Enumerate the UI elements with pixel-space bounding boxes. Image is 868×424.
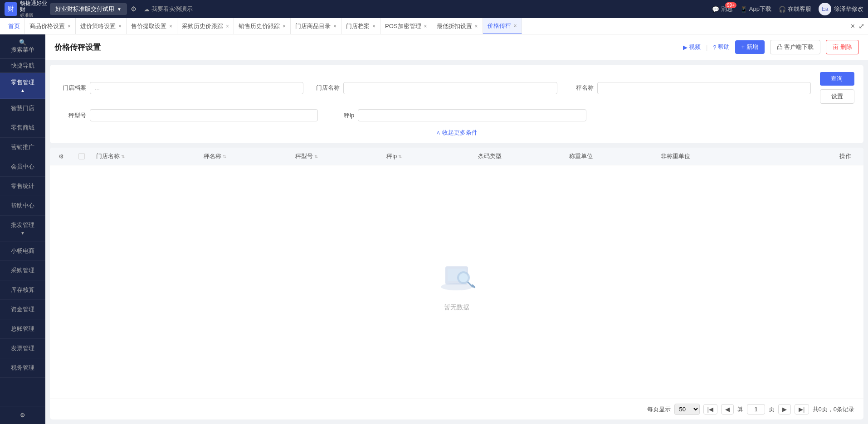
tab-close-controls: × ⤢ [851,22,864,30]
sidebar-item-retail-management[interactable]: 零售管理 ▲ [0,73,45,99]
sidebar-item-retail-mall[interactable]: 零售商城 [0,118,45,138]
close-icon[interactable]: × [514,23,517,29]
th-scale-name[interactable]: 秤名称 ⇅ [198,148,290,165]
last-page-button[interactable]: ▶| [795,404,809,414]
messages-button[interactable]: 💬 消息 99+ [712,5,733,13]
app-select-button[interactable]: 好业财标准版交付试用 ▼ [50,3,127,15]
settings-icon[interactable]: ⚙ [131,5,137,13]
app-download-button[interactable]: 📱 App下载 [740,5,771,13]
close-icon[interactable]: × [68,23,71,29]
search-button[interactable]: 查询 [820,72,854,86]
online-service-button[interactable]: 🎧 在线客服 [779,5,811,13]
app-name: 畅捷通好业财 [20,0,50,13]
settings-icon: ⚙ [59,153,64,160]
settings-icon: ⚙ [20,412,25,419]
th-nonweight-unit[interactable]: 非称重单位 [655,148,827,165]
tab-goods-price[interactable]: 商品价格设置 × [25,18,76,34]
sidebar-item-inventory[interactable]: 库存核算 [0,280,45,300]
select-all-checkbox[interactable] [78,153,85,159]
sidebar-quick-nav[interactable]: 快捷导航 [0,59,45,73]
tab-store-catalog[interactable]: 门店商品目录 × [291,18,341,34]
tab-bar: 首页 商品价格设置 × 进价策略设置 × 售价提取设置 × 采购历史价跟踪 × … [0,18,868,34]
tab-min-discount[interactable]: 最低折扣设置 × [432,18,483,34]
chevron-up-icon: ▲ [20,88,25,93]
page-label: 页 [769,405,775,414]
user-menu[interactable]: Ea 徐泽华修改 [819,3,863,15]
th-scale-model[interactable]: 秤型号 ⇅ [290,148,381,165]
sort-icon: ⇅ [121,154,125,159]
help-link[interactable]: ? 帮助 [713,43,729,51]
scale-name-input[interactable] [597,82,811,94]
th-store-name[interactable]: 门店名称 ⇅ [91,148,198,165]
sidebar-item-retail-stats[interactable]: 零售统计 [0,177,45,196]
pagination: 每页显示 50 10 20 100 |◀ ◀ 算 页 ▶ ▶| 共0页，0条记录 [50,399,863,419]
scale-name-field: 秤名称 [566,82,811,94]
logo-icon: 财 [5,2,17,16]
expand-tab-button[interactable]: ⤢ [858,22,864,30]
settings-button[interactable]: 设置 [820,89,854,104]
demo-link[interactable]: ☁ 我要看实例演示 [144,5,193,13]
app-sub: 标准版 [20,13,50,18]
close-icon[interactable]: × [226,23,229,29]
close-icon[interactable]: × [333,23,336,29]
per-page-select[interactable]: 50 10 20 100 [674,404,700,415]
tab-purchase-history[interactable]: 采购历史价跟踪 × [177,18,234,34]
next-page-button[interactable]: ▶ [778,404,791,414]
empty-text: 暂无数据 [444,304,469,312]
sidebar-item-purchase[interactable]: 采购管理 [0,261,45,280]
tab-pos-security[interactable]: POS加密管理 × [380,18,432,34]
store-profile-select[interactable]: ... [90,82,303,94]
sidebar-item-marketing[interactable]: 营销推广 [0,138,45,157]
sidebar-bottom-settings[interactable]: ⚙ [0,406,45,424]
th-scale-ip[interactable]: 秤ip ⇅ [381,148,473,165]
th-checkbox[interactable] [73,149,91,164]
question-icon: ? [713,44,716,51]
download-button[interactable]: 凸 客户端下载 [770,40,821,54]
sidebar-item-wholesale[interactable]: 批发管理 ▼ [0,216,45,241]
sidebar-item-ecommerce[interactable]: 小畅电商 [0,241,45,261]
sidebar-item-help-center[interactable]: 帮助中心 [0,196,45,216]
sidebar-item-general-ledger[interactable]: 总账管理 [0,319,45,339]
th-operations: 操作 [827,148,863,165]
close-icon[interactable]: × [169,23,172,29]
sidebar-item-tax[interactable]: 税务管理 [0,358,45,378]
close-icon[interactable]: × [283,23,286,29]
scale-ip-label: 秤ip [327,111,354,120]
close-tab-button[interactable]: × [851,22,855,30]
scale-ip-input[interactable] [358,109,586,121]
collapse-button[interactable]: ∧ 收起更多条件 [59,127,854,139]
th-weight-unit[interactable]: 称重单位 [564,148,655,165]
close-icon[interactable]: × [424,23,427,29]
close-icon[interactable]: × [372,23,375,29]
page-title: 价格传秤设置 [54,42,101,53]
delete-button[interactable]: 亩 删除 [826,40,859,54]
add-button[interactable]: + 新增 [735,40,765,54]
sidebar-search[interactable]: 🔍 搜索菜单 [0,34,45,59]
tab-price-scale[interactable]: 价格传秤 × [483,18,522,34]
prev-page-button[interactable]: ◀ [721,404,734,414]
th-settings[interactable]: ⚙ [50,149,73,164]
scale-model-input[interactable] [90,109,318,121]
chevron-down-icon: ▼ [20,231,25,236]
tab-purchase-strategy[interactable]: 进价策略设置 × [76,18,127,34]
app-select-label: 好业财标准版交付试用 [55,5,114,13]
sidebar-item-finance[interactable]: 资金管理 [0,300,45,319]
form-row-1: 门店档案 ... 门店名称 秤名称 查询 设置 [59,72,854,104]
sidebar-item-smart-store[interactable]: 智慧门店 [0,99,45,118]
store-name-input[interactable] [343,82,557,94]
tab-sale-price[interactable]: 售价提取设置 × [127,18,177,34]
sidebar-item-invoice[interactable]: 发票管理 [0,339,45,358]
sidebar-item-member-center[interactable]: 会员中心 [0,157,45,177]
first-page-button[interactable]: |◀ [703,404,717,414]
total-info: 共0页，0条记录 [813,405,854,414]
page-number-input[interactable] [747,404,765,414]
tab-sale-history[interactable]: 销售历史价跟踪 × [234,18,291,34]
play-icon: ▶ [683,44,688,51]
tab-home[interactable]: 首页 [4,18,25,34]
video-link[interactable]: ▶ 视频 [683,43,701,51]
close-icon[interactable]: × [475,23,478,29]
tab-store-profile[interactable]: 门店档案 × [341,18,380,34]
close-icon[interactable]: × [118,23,122,29]
page-word: 算 [737,405,743,414]
th-barcode-type[interactable]: 条码类型 [473,148,564,165]
